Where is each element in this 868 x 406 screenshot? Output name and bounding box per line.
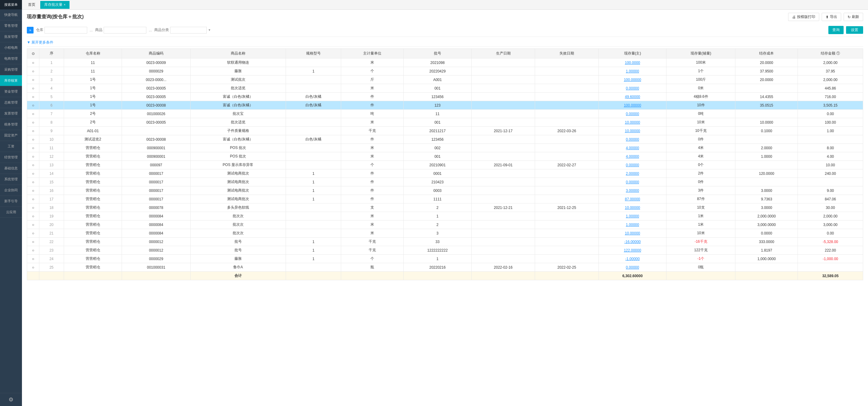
row-qty-main[interactable]: 0.00000 — [598, 110, 666, 118]
sidebar-item-system[interactable]: 系统管理 — [0, 174, 22, 185]
row-qty-main[interactable]: 4.00000 — [598, 152, 666, 161]
table-row[interactable]: ○ 3 1号 0023-0000... 测试批次 斤 A001 100.0000… — [27, 75, 863, 84]
row-check[interactable]: ○ — [27, 84, 39, 93]
row-qty-main[interactable]: 2.00000 — [598, 169, 666, 178]
sidebar-item-inventory[interactable]: 库存核算 — [0, 75, 22, 86]
row-qty-main[interactable]: 0.00000 — [598, 84, 666, 93]
row-check[interactable]: ○ — [27, 144, 39, 152]
print-button[interactable]: 🖨 按模版打印 — [788, 13, 819, 21]
table-row[interactable]: ○ 12 营营稻仓 000900001 POS 批次 米 001 4.00000… — [27, 152, 863, 161]
row-check[interactable]: ○ — [27, 67, 39, 75]
row-qty-main[interactable]: 0.00000 — [598, 161, 666, 169]
row-qty-main[interactable]: -16.00000 — [598, 238, 666, 246]
sidebar-item-collab[interactable]: 企业协同 — [0, 185, 22, 196]
row-qty-main[interactable]: 1.00000 — [598, 212, 666, 221]
sidebar-item-payroll[interactable]: 工资 — [0, 141, 22, 152]
table-row[interactable]: ○ 9 A01-01 子件质量规格 千克 20211217 2021-12-17… — [27, 127, 863, 135]
settings-button[interactable]: 设置 — [846, 26, 863, 34]
sidebar-item-invoice[interactable]: 发票管理 — [0, 108, 22, 119]
row-qty-main[interactable]: 100.0000 — [598, 59, 666, 67]
row-check[interactable]: ○ — [27, 118, 39, 127]
row-check[interactable]: ○ — [27, 75, 39, 84]
row-check[interactable]: ○ — [27, 110, 39, 118]
sidebar-item-wholesale[interactable]: 批发管理 — [0, 31, 22, 42]
row-check[interactable]: ○ — [27, 127, 39, 135]
table-row[interactable]: ○ 6 1号 0023-00008 富诚（白色/灰橘） 白色/灰橘 件 123 … — [27, 101, 863, 110]
table-row[interactable]: ○ 23 营营稻仓 0000012 批号 1 千克 1222222222 122… — [27, 246, 863, 255]
row-qty-main[interactable]: 1.00000 — [598, 221, 666, 229]
row-qty-main[interactable]: 4.00000 — [598, 144, 666, 152]
row-check[interactable]: ○ — [27, 195, 39, 203]
sidebar-item-guide[interactable]: 新手引导 — [0, 196, 22, 207]
row-check[interactable]: ○ — [27, 263, 39, 272]
sidebar-logo[interactable]: 搜索菜单 — [0, 0, 22, 9]
row-qty-main[interactable]: 10.00000 — [598, 118, 666, 127]
sidebar-item-ledger[interactable]: 总账管理 — [0, 97, 22, 108]
sidebar-item-fixed-assets[interactable]: 固定资产 — [0, 130, 22, 141]
search-expand-button[interactable]: » — [27, 27, 34, 34]
row-qty-main[interactable]: 100.00000 — [598, 75, 666, 84]
row-qty-main[interactable]: 0.00000 — [598, 178, 666, 187]
sidebar-item-retail[interactable]: 零售管理 — [0, 21, 22, 31]
row-check[interactable]: ○ — [27, 135, 39, 144]
row-check[interactable]: ○ — [27, 246, 39, 255]
row-check[interactable]: ○ — [27, 59, 39, 67]
table-row[interactable]: ○ 8 2号 0023-00005 批次适览 米 001 10.00000 10… — [27, 118, 863, 127]
row-qty-main[interactable]: 0.00000 — [598, 263, 666, 272]
table-row[interactable]: ○ 25 营营稻仓 001000031 鲁巾A 瓶 20220216 2022-… — [27, 263, 863, 272]
table-row[interactable]: ○ 16 营营稻仓 0000017 测试电商批次 1 件 0003 3.0000… — [27, 187, 863, 195]
table-row[interactable]: ○ 7 2号 001000026 批次宝 吨 11 0.00000 0吨 0.0… — [27, 110, 863, 118]
row-qty-main[interactable]: 3.00000 — [598, 187, 666, 195]
goods-input[interactable] — [104, 27, 146, 34]
row-qty-main[interactable]: 1.00000 — [598, 67, 666, 75]
row-check[interactable]: ○ — [27, 178, 39, 187]
row-check[interactable]: ○ — [27, 169, 39, 178]
export-button[interactable]: ⬆ 导出 — [822, 13, 841, 21]
row-qty-main[interactable]: 0.00000 — [598, 135, 666, 144]
sidebar-item-cloud[interactable]: 云应用 — [0, 207, 22, 218]
row-check[interactable]: ○ — [27, 229, 39, 238]
sidebar-item-basic-info[interactable]: 基础信息 — [0, 163, 22, 174]
refresh-button[interactable]: ↻ 刷新 — [844, 13, 863, 21]
table-row[interactable]: ○ 10 测试适览2 0023-00008 富诚（白色/灰橘） 白色/灰橘 件 … — [27, 135, 863, 144]
table-row[interactable]: ○ 17 营营稻仓 0000017 测试电商批次 1 件 1111 87.000… — [27, 195, 863, 203]
warehouse-input[interactable] — [44, 27, 87, 34]
table-row[interactable]: ○ 18 营营稻仓 0000078 多头异色软线 支 2 2021-12-21 … — [27, 203, 863, 212]
row-check[interactable]: ○ — [27, 238, 39, 246]
sidebar-item-operation[interactable]: 经营管理 — [0, 152, 22, 163]
sidebar-settings-icon[interactable]: ⚙ — [0, 393, 22, 406]
table-row[interactable]: ○ 14 营营稻仓 0000017 测试电商批次 1 件 0001 2.0000… — [27, 169, 863, 178]
table-row[interactable]: ○ 1 11 0023-00009 软联通用物连 米 2021098 100.0… — [27, 59, 863, 67]
table-row[interactable]: ○ 24 营营稻仓 0000029 藤胀 1 个 1 -1.00000 -1个 … — [27, 255, 863, 263]
table-row[interactable]: ○ 13 营营稻仓 000097 POS 显示库存异常 个 20210901 2… — [27, 161, 863, 169]
sidebar-item-capital[interactable]: 资金管理 — [0, 86, 22, 97]
row-check[interactable]: ○ — [27, 152, 39, 161]
table-row[interactable]: ○ 15 营营稻仓 0000017 测试电商批次 1 件 210423 0.00… — [27, 178, 863, 187]
row-qty-main[interactable]: -1.00000 — [598, 255, 666, 263]
sidebar-item-miniapp[interactable]: 小程电商 — [0, 42, 22, 53]
sidebar-item-shortcuts[interactable]: 快捷导航 — [0, 9, 22, 21]
row-check[interactable]: ○ — [27, 212, 39, 221]
row-qty-main[interactable]: 100.00000 — [598, 101, 666, 110]
table-row[interactable]: ○ 20 营营稻仓 0000084 批次次 米 2 1.00000 1米 3,0… — [27, 221, 863, 229]
tab-close-icon[interactable]: × — [64, 3, 66, 6]
expand-more-button[interactable]: ▼ 展开更多条件 — [27, 40, 863, 45]
table-row[interactable]: ○ 4 1号 0023-00005 批次适览 米 001 0.00000 0米 … — [27, 84, 863, 93]
table-row[interactable]: ○ 5 1号 0023-00005 富诚（白色/灰橘） 白色/灰橘 件 1234… — [27, 93, 863, 101]
row-check[interactable]: ○ — [27, 255, 39, 263]
sidebar-item-tax[interactable]: 税务管理 — [0, 119, 22, 130]
row-check[interactable]: ○ — [27, 161, 39, 169]
table-row[interactable]: ○ 21 营营稻仓 0000084 批次次 米 3 10.00000 10米 0… — [27, 229, 863, 238]
table-row[interactable]: ○ 22 营营稻仓 0000012 批号 1 千克 33 -16.00000 -… — [27, 238, 863, 246]
row-check[interactable]: ○ — [27, 203, 39, 212]
table-row[interactable]: ○ 19 营营稻仓 0000084 批次次 米 1 1.00000 1米 2,0… — [27, 212, 863, 221]
sidebar-item-purchase[interactable]: 采购管理 — [0, 64, 22, 75]
row-check[interactable]: ○ — [27, 93, 39, 101]
row-check[interactable]: ○ — [27, 187, 39, 195]
row-check[interactable]: ○ — [27, 101, 39, 110]
tab-inventory-batch[interactable]: 库存批次量 × — [40, 1, 69, 9]
category-input[interactable] — [170, 27, 207, 34]
tab-home[interactable]: 首页 — [24, 1, 39, 9]
row-check[interactable]: ○ — [27, 221, 39, 229]
row-qty-main[interactable]: 10.00000 — [598, 229, 666, 238]
